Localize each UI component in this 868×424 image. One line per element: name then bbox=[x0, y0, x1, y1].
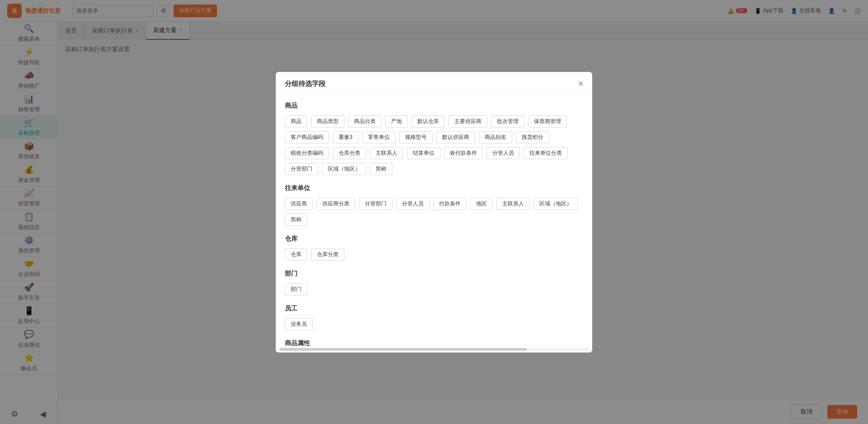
field-grid-counterpart: 供应商 供应商分类 分管部门 分管人员 付款条件 地区 主联系人 区域（地区） … bbox=[285, 198, 583, 226]
field-retail-unit[interactable]: 零售单位 bbox=[362, 131, 396, 143]
field-main-contact[interactable]: 主联系人 bbox=[370, 147, 403, 159]
section-employee-title: 员工 bbox=[285, 305, 583, 313]
field-short-name2[interactable]: 简称 bbox=[285, 214, 307, 226]
field-selection-modal: 分组待选字段 × 商品 商品 商品类型 商品分类 产地 默认仓库 主要供应商 批… bbox=[276, 72, 592, 353]
field-warehouse[interactable]: 仓库 bbox=[285, 248, 307, 261]
modal-body: 商品 商品 商品类型 商品分类 产地 默认仓库 主要供应商 批次管理 保质期管理… bbox=[276, 95, 592, 346]
field-grid-department: 部门 bbox=[285, 283, 583, 295]
field-department[interactable]: 部门 bbox=[285, 283, 307, 295]
field-goods-alias[interactable]: 商品别名 bbox=[479, 131, 512, 143]
modal-close-btn[interactable]: × bbox=[578, 79, 583, 89]
field-payment-terms2[interactable]: 付款条件 bbox=[433, 198, 467, 210]
field-short-name[interactable]: 简称 bbox=[370, 163, 392, 175]
modal-title: 分组待选字段 bbox=[285, 80, 326, 88]
field-customer-code[interactable]: 客户商品编码 bbox=[285, 131, 329, 143]
field-payment-terms[interactable]: 收付款条件 bbox=[444, 147, 483, 159]
field-manager[interactable]: 分管人员 bbox=[486, 147, 520, 159]
section-department-title: 部门 bbox=[285, 270, 583, 278]
field-dept-mgmt2[interactable]: 分管部门 bbox=[359, 198, 392, 210]
field-default-supplier[interactable]: 默认供应商 bbox=[436, 131, 475, 143]
field-area[interactable]: 地区 bbox=[470, 198, 493, 210]
field-goods-type[interactable]: 商品类型 bbox=[311, 115, 344, 128]
section-warehouse-title: 仓库 bbox=[285, 235, 583, 243]
section-counterpart-title: 往来单位 bbox=[285, 184, 583, 192]
field-supplier-category[interactable]: 供应商分类 bbox=[316, 198, 355, 210]
field-goods-category[interactable]: 商品分类 bbox=[348, 115, 382, 128]
modal-overlay: 分组待选字段 × 商品 商品 商品类型 商品分类 产地 默认仓库 主要供应商 批… bbox=[0, 0, 868, 424]
field-grid-employee: 业务员 bbox=[285, 318, 583, 330]
field-spec-model[interactable]: 规格型号 bbox=[399, 131, 433, 143]
field-party-category[interactable]: 往来单位分类 bbox=[524, 147, 568, 159]
field-shelf-life[interactable]: 保质期管理 bbox=[528, 115, 567, 128]
field-grid-goods: 商品 商品类型 商品分类 产地 默认仓库 主要供应商 批次管理 保质期管理 客户… bbox=[285, 115, 583, 175]
field-warehouse-category[interactable]: 仓库分类 bbox=[333, 147, 366, 159]
modal-header: 分组待选字段 × bbox=[276, 72, 592, 95]
field-goods[interactable]: 商品 bbox=[285, 115, 307, 128]
field-main-contact2[interactable]: 主联系人 bbox=[496, 198, 530, 210]
field-salesperson[interactable]: 业务员 bbox=[285, 318, 313, 330]
field-warehouse-cat[interactable]: 仓库分类 bbox=[311, 248, 344, 261]
field-grid-warehouse: 仓库 仓库分类 bbox=[285, 248, 583, 261]
field-batch-mgmt[interactable]: 批次管理 bbox=[491, 115, 524, 128]
field-manager2[interactable]: 分管人员 bbox=[396, 198, 429, 210]
field-region2[interactable]: 区域（地区） bbox=[533, 198, 578, 210]
field-default-warehouse[interactable]: 默认仓库 bbox=[411, 115, 445, 128]
field-origin[interactable]: 产地 bbox=[385, 115, 408, 128]
field-weight3[interactable]: 重量3 bbox=[333, 131, 359, 143]
field-dept-mgmt[interactable]: 分管部门 bbox=[285, 163, 318, 175]
field-settlement-unit[interactable]: 结算单位 bbox=[407, 147, 440, 159]
field-tax-code[interactable]: 税收分类编码 bbox=[285, 147, 329, 159]
field-supplier[interactable]: 供应商 bbox=[285, 198, 313, 210]
section-product-attr-title: 商品属性 bbox=[285, 339, 583, 346]
field-region[interactable]: 区域（地区） bbox=[322, 163, 366, 175]
field-pick-points[interactable]: 拣货积分 bbox=[516, 131, 549, 143]
section-goods-title: 商品 bbox=[285, 102, 583, 110]
field-main-supplier[interactable]: 主要供应商 bbox=[448, 115, 487, 128]
